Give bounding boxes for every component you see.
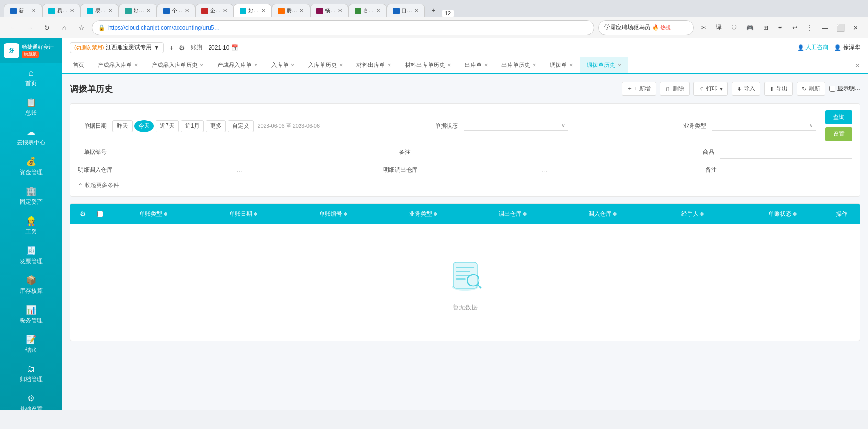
bookmark-button[interactable]: ☆ [75, 21, 88, 34]
tab-close-transfer[interactable]: ✕ [569, 62, 573, 68]
sidebar-item-wages[interactable]: 👷 工资 [0, 211, 62, 241]
page-tab-mat-out[interactable]: 材料出库单 ✕ [350, 57, 398, 74]
collapse-button[interactable]: ⌃ 收起更多条件 [78, 181, 852, 189]
page-tab-in-hist[interactable]: 入库单历史 ✕ [301, 57, 350, 74]
shield-button[interactable]: 🛡 [727, 22, 741, 33]
browser-tab-3[interactable]: 易… ✕ [80, 4, 119, 17]
sidebar-item-archive[interactable]: 🗂 归档管理 [0, 359, 62, 388]
tab-close-2[interactable]: ✕ [70, 8, 74, 14]
tab-close-9[interactable]: ✕ [338, 8, 342, 14]
tab-close-5[interactable]: ✕ [185, 8, 189, 14]
import-button[interactable]: ⬇ 导入 [732, 82, 760, 96]
in-warehouse-select[interactable]: … [118, 164, 248, 176]
browser-tab-4[interactable]: 好… ✕ [119, 4, 157, 17]
tab-close-6[interactable]: ✕ [223, 8, 227, 14]
sidebar-item-reports[interactable]: ☁ 云报表中心 [0, 122, 62, 152]
tab-close-mat-out[interactable]: ✕ [387, 62, 391, 68]
date-btn-7days[interactable]: 近7天 [156, 120, 179, 132]
browser-tab-10[interactable]: 各… ✕ [348, 4, 387, 17]
filter-settings-button[interactable]: 设置 [825, 127, 852, 141]
order-no-input[interactable] [112, 147, 245, 157]
th-date[interactable]: 单账日期 [199, 210, 289, 218]
page-tab-product-in[interactable]: 产成品入库单 ✕ [91, 57, 145, 74]
date-btn-custom[interactable]: 自定义 [228, 120, 254, 132]
tab-close-transfer-hist[interactable]: ✕ [617, 62, 622, 68]
tab-close-8[interactable]: ✕ [300, 8, 304, 14]
remark-input[interactable] [416, 147, 548, 157]
th-in-warehouse[interactable]: 调入仓库 [558, 210, 648, 218]
browser-tab-2[interactable]: 易… ✕ [42, 4, 80, 17]
biz-type-select[interactable]: ∨ [712, 121, 816, 131]
page-tab-product-in-hist[interactable]: 产成品入库单历史 ✕ [145, 57, 211, 74]
display-toggle[interactable]: 显示明… [829, 85, 860, 93]
browser-search-bar[interactable]: 学霸应聘场驱鸟员 🔥 热搜 [598, 20, 694, 35]
tab-close-product-in-hist[interactable]: ✕ [200, 62, 204, 68]
new-tab-button[interactable]: + [427, 4, 440, 17]
grid-button[interactable]: ⊞ [759, 22, 772, 33]
company-settings-button[interactable]: ⚙ [179, 44, 185, 52]
browser-tab-6[interactable]: 企… ✕ [195, 4, 234, 17]
delete-button[interactable]: 🗑 删除 [660, 82, 690, 96]
address-bar[interactable]: 🔒 https://cloud.chanjet.com/accounting/u… [92, 20, 594, 35]
menu-button[interactable]: ⋮ [803, 22, 816, 33]
company-selector[interactable]: (勿删勿禁用) 江西服宝测试专用 ▼ [70, 42, 164, 53]
th-no[interactable]: 单账编号 [289, 210, 378, 218]
tab-close-in-order[interactable]: ✕ [290, 62, 295, 68]
page-tab-home[interactable]: 首页 [66, 57, 91, 74]
tab-close-product-in2[interactable]: ✕ [254, 62, 258, 68]
browser-tab-11[interactable]: 目… ✕ [387, 4, 425, 17]
goods-ellipsis-icon[interactable]: … [839, 147, 849, 157]
tab-close-3[interactable]: ✕ [108, 8, 112, 14]
game-button[interactable]: 🎮 [743, 22, 757, 33]
period-selector[interactable]: 2021-10 📅 [208, 44, 238, 51]
out-warehouse-select[interactable]: … [423, 164, 553, 176]
table-settings-icon[interactable]: ⚙ [74, 210, 91, 218]
undo-button[interactable]: ↩ [789, 22, 801, 33]
print-button[interactable]: 🖨 打印 ▾ [693, 82, 728, 96]
out-warehouse-ellipsis-icon[interactable]: … [539, 165, 550, 175]
sidebar-item-invoices[interactable]: 🧾 发票管理 [0, 241, 62, 270]
browser-tab-7[interactable]: 好… ✕ [234, 4, 272, 17]
table-select-all[interactable] [91, 211, 109, 217]
th-status[interactable]: 单账状态 [737, 210, 827, 218]
page-tab-product-in2[interactable]: 产成品入库单 ✕ [211, 57, 265, 74]
maximize-window[interactable]: ⬜ [834, 21, 847, 34]
in-warehouse-ellipsis-icon[interactable]: … [234, 165, 245, 175]
remark2-input[interactable] [723, 165, 852, 175]
tab-close-out-order[interactable]: ✕ [484, 62, 488, 68]
sidebar-item-funds[interactable]: 💰 资金管理 [0, 152, 62, 181]
browser-tab-8[interactable]: 腾… ✕ [272, 4, 310, 17]
translate-button[interactable]: 译 [712, 22, 725, 33]
tab-close-1[interactable]: ✕ [32, 8, 36, 14]
th-biz-type[interactable]: 业务类型 [378, 210, 468, 218]
sidebar-item-settings[interactable]: ⚙ 基础设置 [0, 388, 62, 410]
sidebar-item-closing[interactable]: 📝 结账 [0, 330, 62, 359]
status-select[interactable]: ∨ [464, 121, 568, 131]
browser-tab-1[interactable]: 新 ✕ [4, 4, 42, 17]
sidebar-item-assets[interactable]: 🏢 固定资产 [0, 181, 62, 211]
brightness-button[interactable]: ☀ [774, 22, 787, 33]
export-button[interactable]: ⬆ 导出 [764, 82, 793, 96]
forward-button[interactable]: → [23, 21, 36, 34]
page-tab-out-hist[interactable]: 出库单历史 ✕ [495, 57, 543, 74]
close-window[interactable]: ✕ [849, 21, 862, 34]
new-record-button[interactable]: ＋ + 新增 [622, 82, 656, 96]
tab-close-10[interactable]: ✕ [376, 8, 380, 14]
th-out-warehouse[interactable]: 调出仓库 [468, 210, 558, 218]
goods-select[interactable]: … [720, 146, 852, 159]
user-avatar[interactable]: 👤 徐泽华 [834, 44, 860, 52]
date-btn-yesterday[interactable]: 昨天 [112, 120, 133, 132]
sidebar-item-ledger[interactable]: 📋 总账 [0, 92, 62, 122]
tab-close-4[interactable]: ✕ [146, 8, 151, 14]
tab-close-mat-out-hist[interactable]: ✕ [447, 62, 451, 68]
add-company-button[interactable]: + [169, 44, 173, 52]
tab-close-in-hist[interactable]: ✕ [339, 62, 343, 68]
page-tab-mat-out-hist[interactable]: 材料出库单历史 ✕ [398, 57, 458, 74]
minimize-window[interactable]: — [818, 21, 832, 34]
date-btn-today[interactable]: 今天 [134, 120, 154, 132]
browser-tab-9[interactable]: 畅… ✕ [310, 4, 348, 17]
page-tab-transfer-hist[interactable]: 调拨单历史 ✕ [580, 57, 628, 74]
customer-service-button[interactable]: 👤 人工咨询 [797, 44, 828, 52]
page-tab-transfer[interactable]: 调拨单 ✕ [543, 57, 580, 74]
back-button[interactable]: ← [6, 21, 19, 34]
